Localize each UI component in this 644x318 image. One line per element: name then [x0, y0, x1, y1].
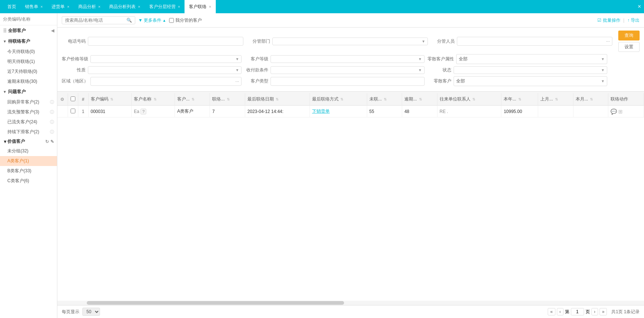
nav-tab-home[interactable]: 首页: [3, 0, 21, 13]
nav-tab-analysis[interactable]: 商品分析 ×: [74, 0, 105, 13]
customer-type-field: 客户类型: [244, 77, 424, 86]
sort-code-icon[interactable]: ⇅: [110, 97, 113, 101]
sort-lastmonth-icon[interactable]: ⇅: [555, 97, 558, 101]
batch-ops-btn[interactable]: ☑ 批量操作: [597, 17, 620, 24]
row-settings-cell: [57, 106, 68, 117]
prev-page-btn[interactable]: ‹: [557, 308, 564, 315]
refresh-icon[interactable]: ↻: [45, 139, 49, 144]
nav-tab-purchase[interactable]: 进货单 ×: [47, 0, 74, 13]
payment-select[interactable]: ▼: [271, 66, 424, 74]
problem-customers-header[interactable]: ▼ 问题客户: [0, 86, 57, 97]
col-header-lastmonth: 上月... ⇅: [538, 93, 573, 106]
sort-name-icon[interactable]: ⇅: [154, 97, 157, 101]
problem-customers-section: ▼ 问题客户 回购异常客户(2) ⓘ 流失预警客户(3) ⓘ 已流失客户(24)…: [0, 86, 57, 137]
sort-overdue-icon[interactable]: ⇅: [419, 97, 422, 101]
customer-type-input[interactable]: [271, 77, 424, 86]
sort-method-icon[interactable]: ⇅: [340, 97, 343, 101]
export-btn[interactable]: ↑ 导出: [627, 17, 640, 24]
my-customers-filter[interactable]: 我分管的客户: [169, 17, 202, 24]
overdue-pending[interactable]: 逾期未联络(30): [0, 77, 57, 86]
chevron-down-icon: ▼: [422, 39, 425, 43]
customer-level-select[interactable]: ▼: [271, 55, 424, 63]
dept-select[interactable]: ▼: [272, 38, 428, 45]
row-checkbox[interactable]: [71, 109, 75, 113]
scrollbar-thumb[interactable]: [87, 301, 344, 305]
page-size-select[interactable]: 50: [82, 308, 100, 316]
sort-curmonth-icon[interactable]: ⇅: [590, 97, 593, 101]
customer-table: ⚙ # 客户编码 ⇅ 客户名称 ⇅: [57, 93, 644, 117]
row-action-cell: 💬 ⊞: [608, 106, 644, 117]
close-analysis-tab[interactable]: ×: [98, 4, 100, 9]
my-customers-checkbox[interactable]: [169, 18, 174, 23]
filter-bar: 🔍 ▼ 更多条件 ▲ 我分管的客户 ☑ 批量操作 | ↑ 导出: [57, 13, 644, 28]
class-b-customers[interactable]: B类客户(33): [0, 166, 57, 176]
close-purchase-tab[interactable]: ×: [67, 4, 69, 9]
dots-icon2: ···: [235, 79, 239, 84]
sort-nocontact-icon[interactable]: ⇅: [384, 97, 387, 101]
sort-type-icon[interactable]: ⇅: [192, 97, 194, 101]
last-page-btn[interactable]: »: [600, 308, 607, 315]
col-header-unit-contact: 往来单位联系人 ⇅: [437, 93, 501, 106]
price-level-select[interactable]: ▼: [90, 55, 242, 63]
class-c-customers[interactable]: C类客户(6): [0, 176, 57, 186]
sort-year-icon[interactable]: ⇅: [518, 97, 521, 101]
manager-input[interactable]: ···: [457, 37, 612, 46]
page-size-label: 每页显示: [62, 309, 79, 315]
value-customers-header: ▼ 价值客户 ↻ ✎: [0, 137, 57, 146]
more-filters-btn[interactable]: ▼ 更多条件 ▲: [138, 17, 166, 24]
nav-tab-analysis-list[interactable]: 商品分析列表 ×: [105, 0, 144, 13]
churn-warning[interactable]: 流失预警客户(3) ⓘ: [0, 107, 57, 117]
sort-count-icon[interactable]: ⇅: [227, 97, 230, 101]
unclassified-group[interactable]: 未分组(32): [0, 146, 57, 156]
close-customer-contact-tab[interactable]: ×: [209, 4, 211, 9]
qr-icon[interactable]: ⊞: [618, 109, 623, 114]
nature-select[interactable]: ▼: [88, 66, 242, 74]
region-select[interactable]: ···: [90, 77, 242, 86]
nav-tab-customer-tier[interactable]: 客户分层经营 ×: [145, 0, 185, 13]
sidebar-all-customers[interactable]: ⠿ 全部客户 ◀: [0, 25, 57, 36]
today-pending[interactable]: 今天待联络(0): [0, 47, 57, 57]
nav-tab-customer-contact[interactable]: 客户联络 ×: [185, 0, 215, 13]
sort-date-icon[interactable]: ⇅: [276, 97, 279, 101]
retail-attr-select[interactable]: 全部 ▼: [456, 54, 607, 64]
page-number-input[interactable]: [571, 308, 584, 315]
chevron-down-icon5: ▼: [235, 68, 239, 72]
retail-customer-select[interactable]: 全部 ▼: [454, 76, 607, 86]
chat-icon[interactable]: 💬: [611, 109, 617, 114]
close-sales-tab[interactable]: ×: [40, 4, 43, 9]
sort-unit-icon[interactable]: ⇅: [472, 97, 475, 101]
status-label: 状态: [427, 67, 451, 73]
phone-input[interactable]: [88, 37, 243, 46]
declining[interactable]: 持续下滑客户(2) ⓘ: [0, 127, 57, 137]
select-all-checkbox[interactable]: [71, 96, 75, 101]
nav-tab-sales[interactable]: 销售单 ×: [21, 0, 47, 13]
retail-attr-label: 零散客户属性: [427, 56, 454, 62]
class-a-customers[interactable]: A类客户(1): [0, 156, 57, 166]
close-all-tabs[interactable]: ×: [638, 3, 641, 10]
next-page-btn[interactable]: ›: [591, 308, 598, 315]
sidebar-search-input[interactable]: [3, 17, 57, 22]
contact-method-link[interactable]: 下销货单: [312, 109, 330, 114]
edit-icon[interactable]: ✎: [50, 139, 54, 144]
pending-contact-header[interactable]: ▼ 待联络客户: [0, 36, 57, 47]
row-no-contact-cell: 55: [367, 106, 402, 117]
status-select[interactable]: ▼: [454, 66, 607, 74]
tomorrow-pending[interactable]: 明天待联络(1): [0, 57, 57, 67]
chevron-down-icon2: ▼: [235, 57, 239, 61]
settings-icon[interactable]: ⚙: [60, 97, 64, 102]
row-action-icons: 💬 ⊞: [611, 109, 641, 114]
row-year-cell: 10995.00: [501, 106, 538, 117]
main-search-input[interactable]: [65, 18, 126, 23]
horizontal-scrollbar[interactable]: [57, 301, 644, 305]
table-header-row: ⚙ # 客户编码 ⇅ 客户名称 ⇅: [57, 93, 644, 106]
abnormal-repurchase[interactable]: 回购异常客户(2) ⓘ: [0, 97, 57, 107]
col-header-year: 本年... ⇅: [501, 93, 538, 106]
main-search-icon[interactable]: 🔍: [126, 18, 132, 23]
first-page-btn[interactable]: «: [548, 308, 555, 315]
week-pending[interactable]: 近7天待联络(0): [0, 67, 57, 77]
close-customer-tier-tab[interactable]: ×: [178, 4, 180, 9]
query-btn[interactable]: 查询: [618, 31, 640, 40]
churned[interactable]: 已流失客户(24) ⓘ: [0, 117, 57, 127]
setting-btn[interactable]: 设置: [618, 42, 640, 52]
close-analysis-list-tab[interactable]: ×: [138, 4, 140, 9]
